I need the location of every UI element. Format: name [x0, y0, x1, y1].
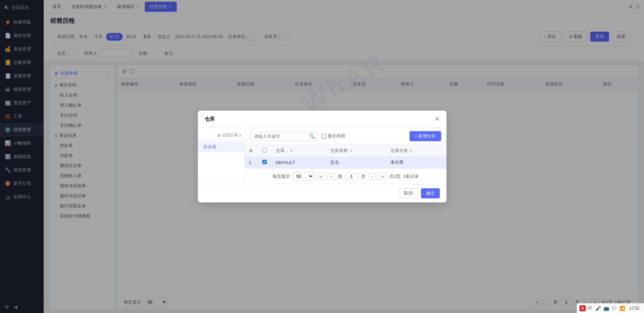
sort-icon-code: ⇅ [290, 149, 293, 153]
modal-page-label: 第 [338, 173, 342, 180]
th-category: 仓库分类 ⇅ [386, 145, 446, 157]
modal-table-row[interactable]: 1 DEFAULT 总仓 未分类 [245, 157, 446, 168]
modal-body: ⊞ 全部分类 « 未分类 🔍 [198, 128, 446, 184]
modal-per-page-select[interactable]: 50 [293, 172, 314, 181]
modal-close-btn[interactable]: ✕ [435, 115, 440, 123]
collapse-chevron: « [240, 133, 242, 138]
row-num: 1 [245, 157, 258, 168]
modal-warehouse-table: ⚙ 仓库... ⇅ 仓库名称 [245, 145, 446, 168]
modal-first-btn[interactable]: « [316, 173, 325, 180]
modal-pagination: 每页显示 50 « ‹ 第 页 › » 共1页, 1条记录 [245, 168, 446, 184]
sys-icon-zh: 中 [587, 305, 594, 312]
col-settings-icon[interactable]: ⚙ [249, 148, 253, 153]
th-code: 仓库... ⇅ [272, 145, 327, 157]
warehouse-modal: 仓库 ✕ ⊞ 全部分类 « 未分类 [198, 111, 446, 202]
modal-toolbar: 🔍 显示停用 + 新增仓库 [245, 128, 446, 145]
modal-content: 🔍 显示停用 + 新增仓库 ⚙ [245, 128, 446, 184]
show-disabled-checkbox[interactable] [321, 134, 326, 139]
modal-last-btn[interactable]: » [378, 173, 387, 180]
row-category: 未分类 [386, 157, 446, 168]
sys-icon-shield: 🛡 [611, 305, 618, 312]
grid-icon-small: ⊞ [217, 133, 221, 138]
system-bar: S 中 🎤 📺 🛡 📶 17:52 [577, 303, 644, 313]
sort-icon-category: ⇅ [410, 149, 412, 153]
sys-icon-mic: 🎤 [595, 305, 602, 312]
modal-sidebar-uncategorized[interactable]: 未分类 [198, 141, 245, 153]
confirm-btn[interactable]: 确定 [421, 188, 440, 198]
sort-icon-name: ⇅ [350, 149, 352, 153]
modal-table-header: ⚙ 仓库... ⇅ 仓库名称 [245, 145, 446, 157]
row-checkbox[interactable] [258, 157, 272, 168]
modal-page-input[interactable] [345, 173, 358, 180]
sys-icon-wifi: 📶 [619, 305, 626, 312]
th-settings: ⚙ [245, 145, 258, 157]
modal-sidebar: ⊞ 全部分类 « 未分类 [198, 128, 245, 184]
modal-page-suffix: 页 [361, 173, 366, 180]
modal-title: 仓库 [205, 116, 215, 122]
modal-select-all[interactable] [262, 148, 267, 152]
search-wrap: 🔍 [250, 132, 317, 141]
th-name: 仓库名称 ⇅ [326, 145, 386, 157]
row-code: DEFAULT [272, 157, 327, 168]
modal-total-info: 共1页, 1条记录 [389, 173, 419, 180]
search-magnifier-icon: 🔍 [309, 133, 315, 139]
sys-icon-tv: 📺 [603, 305, 610, 312]
modal-table-body: 1 DEFAULT 总仓 未分类 [245, 157, 446, 168]
th-checkbox [258, 145, 272, 157]
modal-sidebar-toggle[interactable]: ⊞ 全部分类 « [198, 131, 245, 140]
modal-next-btn[interactable]: › [368, 173, 376, 180]
modal-overlay: 仓库 ✕ ⊞ 全部分类 « 未分类 [0, 0, 644, 313]
modal-prev-btn[interactable]: ‹ [328, 173, 335, 180]
modal-footer: 取消 确定 [198, 184, 446, 202]
sys-icon-s: S [579, 305, 586, 311]
modal-header: 仓库 ✕ [198, 111, 446, 128]
warehouse-search-input[interactable] [250, 132, 317, 141]
cancel-btn[interactable]: 取消 [399, 188, 418, 198]
modal-table-wrap: ⚙ 仓库... ⇅ 仓库名称 [245, 145, 446, 168]
modal-per-page-label: 每页显示 [272, 173, 290, 180]
show-disabled-wrap: 显示停用 [321, 133, 345, 139]
row-name: 总仓 [326, 157, 386, 168]
add-warehouse-btn[interactable]: + 新增仓库 [410, 131, 441, 141]
show-disabled-label: 显示停用 [328, 133, 345, 139]
time-display: 17:52 [627, 306, 641, 311]
